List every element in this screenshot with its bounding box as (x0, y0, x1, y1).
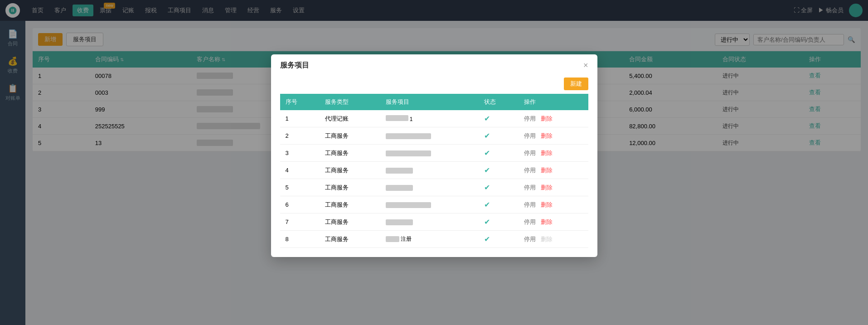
dialog-cell-status: ✔ (479, 110, 519, 127)
dialog-header: 服务项目 × (271, 54, 597, 74)
dialog-col-seq: 序号 (280, 94, 320, 110)
dialog-cell-type: 代理记账 (320, 110, 380, 127)
stop-button[interactable]: 停用 (524, 201, 536, 208)
stop-button[interactable]: 停用 (524, 132, 536, 139)
delete-button[interactable]: 删除 (541, 132, 553, 139)
delete-button[interactable]: 删除 (541, 184, 553, 191)
modal-overlay[interactable]: 服务项目 × 新建 序号 服务类型 服务项目 状态 操作 (0, 0, 868, 325)
dialog-table-row: 6 工商服务 ✔ 停用 删除 (280, 196, 588, 213)
delete-button[interactable]: 删除 (541, 218, 553, 225)
dialog-col-status: 状态 (479, 94, 519, 110)
dialog-table-row: 5 工商服务 ✔ 停用 删除 (280, 179, 588, 196)
dialog-table-row: 4 工商服务 ✔ 停用 删除 (280, 162, 588, 179)
dialog-table-row: 2 工商服务 ✔ 停用 删除 (280, 127, 588, 145)
delete-button[interactable]: 删除 (541, 201, 553, 208)
dialog-col-project: 服务项目 (380, 94, 479, 110)
stop-button[interactable]: 停用 (524, 236, 536, 243)
stop-button[interactable]: 停用 (524, 167, 536, 174)
stop-button[interactable]: 停用 (524, 115, 536, 122)
dialog-cell-action: 停用 删除 (519, 110, 588, 127)
dialog-cell-seq: 1 (280, 110, 320, 127)
delete-button[interactable]: 删除 (541, 167, 553, 174)
delete-button[interactable]: 删除 (541, 236, 553, 243)
delete-button[interactable]: 删除 (541, 115, 553, 122)
dialog-close-button[interactable]: × (583, 61, 588, 70)
stop-button[interactable]: 停用 (524, 218, 536, 225)
dialog-table-row: 7 工商服务 ✔ 停用 删除 (280, 213, 588, 231)
dialog-cell-project: 1 (380, 110, 479, 127)
dialog-col-action: 操作 (519, 94, 588, 110)
dialog-title: 服务项目 (280, 61, 309, 70)
dialog-table-row: 3 工商服务 ✔ 停用 删除 (280, 145, 588, 162)
dialog-col-type: 服务类型 (320, 94, 380, 110)
dialog-table-row: 8 工商服务 注册 ✔ 停用 删除 (280, 231, 588, 248)
service-dialog: 服务项目 × 新建 序号 服务类型 服务项目 状态 操作 (271, 54, 597, 257)
dialog-table-row: 1 代理记账 1 ✔ 停用 删除 (280, 110, 588, 127)
service-table: 序号 服务类型 服务项目 状态 操作 1 代理记账 1 ✔ 停用 (280, 94, 588, 248)
dialog-toolbar: 新建 (271, 74, 597, 94)
stop-button[interactable]: 停用 (524, 184, 536, 191)
stop-button[interactable]: 停用 (524, 150, 536, 156)
dialog-new-button[interactable]: 新建 (564, 78, 588, 90)
dialog-table-wrap: 序号 服务类型 服务项目 状态 操作 1 代理记账 1 ✔ 停用 (271, 94, 597, 257)
delete-button[interactable]: 删除 (541, 150, 553, 156)
